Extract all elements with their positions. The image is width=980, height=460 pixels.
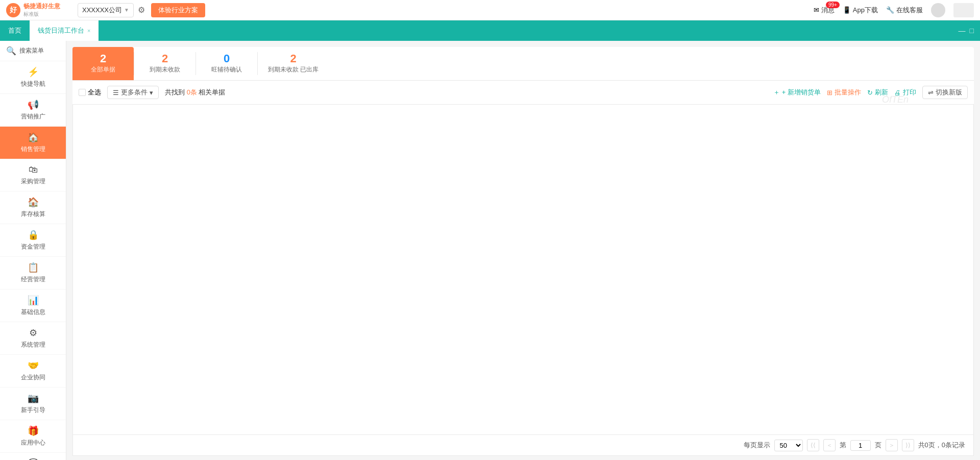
sidebar-item-wechat[interactable]: 💬 企业微信 [0, 453, 66, 460]
message-button[interactable]: ✉ 消息 99+ [814, 6, 835, 15]
filter-button[interactable]: ☰ 更多条件 ▾ [107, 86, 159, 99]
marketing-label: 营销推广 [21, 112, 45, 121]
print-button[interactable]: 🖨 打印 [894, 88, 916, 97]
tab-close-icon[interactable]: × [87, 28, 90, 34]
sidebar-item-operations[interactable]: 📋 经营管理 [0, 257, 66, 289]
logo-icon: 好 [6, 3, 20, 17]
stat-num-all: 2 [83, 52, 124, 65]
sales-label: 销售管理 [21, 145, 45, 154]
avatar[interactable] [931, 3, 945, 17]
batch-icon: ⊞ [827, 89, 832, 96]
page-last-button[interactable]: ⟩⟩ [902, 439, 914, 451]
marketing-icon: 📢 [28, 99, 39, 110]
guide-icon: 📷 [28, 393, 39, 404]
switch-version-button[interactable]: ⇌ 切换新版 [922, 86, 968, 99]
tab-home[interactable]: 首页 [0, 20, 30, 41]
base-info-icon: 📊 [28, 295, 39, 306]
quick-nav-icon: ⚡ [28, 66, 39, 78]
purchase-label: 采购管理 [21, 177, 45, 186]
add-sale-order-button[interactable]: ＋ + 新增销货单 [773, 88, 821, 97]
finance-label: 资金管理 [21, 243, 45, 251]
footer-pagination: 每页显示 50 100 200 ⟨⟨ ＜ 第 1 页 ＞ ⟩⟩ 共0页，0条记录 [72, 435, 974, 456]
sidebar-item-base-info[interactable]: 📊 基础信息 [0, 289, 66, 322]
app-center-icon: 🎁 [28, 425, 39, 437]
refresh-label: 刷新 [875, 88, 888, 97]
page-number-input[interactable]: 1 [850, 440, 871, 451]
switch-label: 切换新版 [936, 88, 962, 97]
add-label: + 新增销货单 [782, 88, 821, 97]
page-label-after: 页 [875, 441, 881, 450]
page-label-before: 第 [840, 441, 846, 450]
chevron-down-icon: ▼ [124, 7, 129, 13]
page-size-select[interactable]: 50 100 200 [774, 440, 803, 451]
sidebar-item-guide[interactable]: 📷 新手引导 [0, 388, 66, 420]
cooperation-label: 企业协同 [21, 373, 45, 382]
filter-icon: ☰ [113, 89, 119, 96]
refresh-button[interactable]: ↻ 刷新 [867, 88, 888, 97]
sidebar-item-system[interactable]: ⚙ 系统管理 [0, 322, 66, 355]
company-selector[interactable]: XXXXXX公司 ▼ [78, 3, 134, 17]
toolbar-left: 全选 ☰ 更多条件 ▾ 共找到 0条 相关单据 [79, 86, 767, 99]
sidebar-item-marketing[interactable]: 📢 营销推广 [0, 94, 66, 127]
switch-icon: ⇌ [928, 89, 934, 96]
purchase-icon: 🛍 [29, 164, 38, 175]
logo-area: 好 畅捷通好生意 标准版 [6, 3, 72, 17]
message-badge: 99+ [826, 2, 840, 8]
sidebar-item-sales[interactable]: 🏠 销售管理 [0, 127, 66, 159]
select-all-checkbox[interactable]: 全选 [79, 88, 101, 97]
tab-active[interactable]: 钱货日清工作台 × [30, 20, 99, 41]
nav-tabs-right: — □ [959, 27, 980, 35]
logo-text: 畅捷通好生意 标准版 [23, 3, 60, 17]
sidebar-item-inventory[interactable]: 🏠 库存核算 [0, 191, 66, 224]
online-service-button[interactable]: 🔧 在线客服 [886, 6, 923, 15]
nav-tabs: 首页 钱货日清工作台 × — □ [0, 20, 980, 41]
per-page-label: 每页显示 [744, 441, 770, 450]
stat-num-overdue-shipped: 2 [268, 52, 318, 65]
sidebar-item-app-center[interactable]: 🎁 应用中心 [0, 420, 66, 453]
content-area: 2 全部单据 2 到期未收款 0 旺辅待确认 2 到期未收款 已出库 [66, 41, 980, 460]
table-area [72, 105, 974, 435]
stat-tab-overdue-shipped[interactable]: 2 到期未收款 已出库 [258, 47, 329, 80]
finance-icon: 🔒 [28, 229, 39, 240]
stat-tab-all[interactable]: 2 全部单据 [72, 47, 134, 80]
app-download-button[interactable]: 📱 App下载 [843, 6, 878, 15]
sidebar-item-finance[interactable]: 🔒 资金管理 [0, 224, 66, 257]
filter-label: 更多条件 [121, 88, 148, 97]
tab-home-label: 首页 [8, 26, 21, 35]
settings-icon[interactable]: ⚙ [138, 5, 145, 15]
sidebar-item-quick-nav[interactable]: ⚡ 快捷导航 [0, 61, 66, 94]
search-menu-label: 搜索菜单 [19, 46, 44, 55]
maximize-icon[interactable]: □ [970, 27, 974, 35]
message-icon: ✉ [814, 6, 819, 14]
stat-num-pending: 0 [206, 52, 247, 65]
system-label: 系统管理 [21, 341, 45, 349]
stats-tabs: 2 全部单据 2 到期未收款 0 旺辅待确认 2 到期未收款 已出库 [72, 47, 974, 81]
sidebar-item-purchase[interactable]: 🛍 采购管理 [0, 159, 66, 191]
refresh-icon: ↻ [867, 89, 873, 96]
page-first-button[interactable]: ⟨⟨ [807, 439, 819, 451]
add-icon: ＋ [773, 88, 780, 97]
inventory-icon: 🏠 [28, 197, 39, 208]
app-icon: 📱 [843, 6, 851, 14]
base-info-label: 基础信息 [21, 308, 45, 317]
stat-tab-overdue[interactable]: 2 到期未收款 [134, 47, 195, 80]
batch-operation-button[interactable]: ⊞ 批量操作 [827, 88, 861, 97]
page-next-button[interactable]: ＞ [886, 439, 898, 451]
sidebar: 🔍 搜索菜单 ⚡ 快捷导航 📢 营销推广 🏠 销售管理 🛍 采购管理 🏠 库存核… [0, 41, 66, 460]
filter-chevron-icon: ▾ [150, 89, 153, 96]
sidebar-item-cooperation[interactable]: 🤝 企业协同 [0, 355, 66, 388]
sidebar-search[interactable]: 🔍 搜索菜单 [0, 41, 66, 61]
header-right: ✉ 消息 99+ 📱 App下载 🔧 在线客服 [814, 3, 974, 17]
stat-tab-pending[interactable]: 0 旺辅待确认 [196, 47, 257, 80]
toolbar-right: ＋ + 新增销货单 ⊞ 批量操作 ↻ 刷新 🖨 打印 ⇌ 切换新版 [773, 86, 968, 99]
user-name-area[interactable] [953, 3, 974, 17]
minimize-icon[interactable]: — [959, 27, 966, 35]
checkbox-box [79, 89, 86, 96]
top-header: 好 畅捷通好生意 标准版 XXXXXX公司 ▼ ⚙ 体验行业方案 ✉ 消息 99… [0, 0, 980, 20]
found-count: 0条 [187, 88, 197, 96]
stat-num-overdue: 2 [144, 52, 185, 65]
page-prev-button[interactable]: ＜ [823, 439, 836, 451]
trial-button[interactable]: 体验行业方案 [151, 3, 205, 17]
batch-label: 批量操作 [835, 88, 861, 97]
brand-name: 畅捷通好生意 [23, 3, 60, 11]
